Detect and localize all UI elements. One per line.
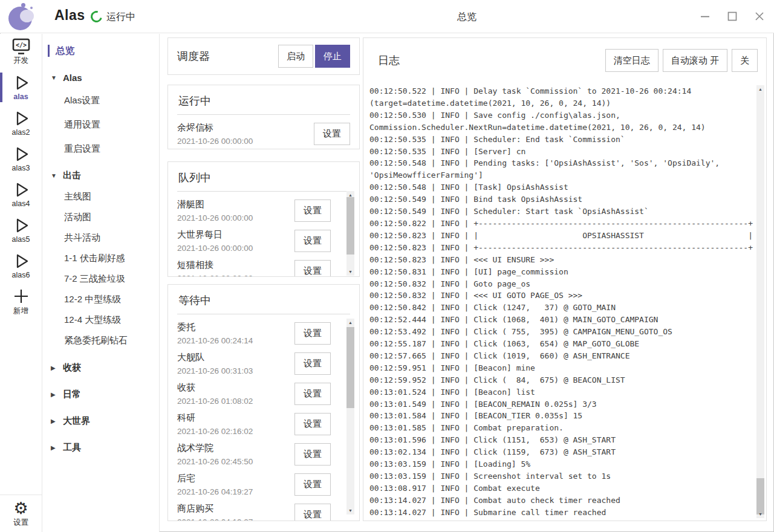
log-line: 00:12:50.831 | INFO | [UI] page_commissi… xyxy=(369,266,753,278)
nav-group-reward[interactable]: ▶ 收获 xyxy=(42,354,159,381)
rail-item-add[interactable]: 新增 xyxy=(0,284,42,319)
autoscroll-toggle-button[interactable]: 自动滚动 开 xyxy=(663,49,727,72)
scrollbar-thumb[interactable] xyxy=(346,197,354,255)
task-settings-button[interactable]: 设置 xyxy=(294,443,331,465)
nav-item-12-2[interactable]: 12-2 中型练级 xyxy=(42,289,159,310)
task-settings-button[interactable]: 设置 xyxy=(294,413,331,435)
nav-item-alas-settings[interactable]: Alas设置 xyxy=(42,88,159,112)
chevron-right-icon: ▶ xyxy=(51,391,58,398)
log-line: 00:12:59.951 | INFO | [Beacon] mine xyxy=(369,362,753,374)
task-settings-button[interactable]: 设置 xyxy=(294,383,331,405)
rail-item-alas3[interactable]: alas3 xyxy=(0,141,42,177)
rail-item-alas4[interactable]: alas4 xyxy=(0,177,42,212)
scrollbar-thumb[interactable] xyxy=(756,478,764,514)
task-row: 战术学院 2021-10-26 02:45:50 设置 xyxy=(177,440,350,470)
nav-item-overview[interactable]: 总览 xyxy=(42,40,159,62)
scrollbar-thumb[interactable] xyxy=(346,327,354,408)
rail-item-alas6[interactable]: alas6 xyxy=(0,248,42,284)
rail-item-dev[interactable]: </> 开发 xyxy=(0,34,42,70)
log-off-button[interactable]: 关 xyxy=(732,49,758,72)
nav-group-tools[interactable]: ▶ 工具 xyxy=(42,434,159,461)
app-title: Alas xyxy=(54,7,85,24)
log-line: 00:13:01.596 | INFO | Click (1151, 653) … xyxy=(369,434,753,446)
running-title: 运行中 xyxy=(177,92,350,115)
active-indicator xyxy=(48,45,50,57)
nav-item-12-4[interactable]: 12-4 大型练级 xyxy=(42,310,159,330)
log-line: Commission.Scheduler.NextRun=datetime.da… xyxy=(369,122,753,134)
rail-item-label: alas2 xyxy=(12,128,30,137)
log-line: 00:13:01.549 | INFO | [BEACON_REMAIN 0.0… xyxy=(369,398,753,410)
scroll-down-icon[interactable]: ▼ xyxy=(346,268,354,276)
scheduler-panel: 调度器 启动 停止 xyxy=(167,37,360,75)
rail-item-label: 开发 xyxy=(13,56,28,66)
scroll-down-icon[interactable]: ▼ xyxy=(756,510,764,518)
log-line: 00:13:14.027 | INFO | Submarine call tim… xyxy=(369,507,753,517)
task-settings-button[interactable]: 设置 xyxy=(294,199,331,222)
queue-scrollbar[interactable]: ▲ ▼ xyxy=(346,191,354,276)
nav-group-sortie[interactable]: ▼ 出击 xyxy=(42,164,159,186)
log-title: 日志 xyxy=(378,53,400,68)
task-row: 大舰队 2021-10-26 00:31:03 设置 xyxy=(177,349,350,380)
app-logo-icon xyxy=(7,2,36,31)
nav-item-urgent-commission[interactable]: 紧急委托刷钻石 xyxy=(42,330,159,351)
nav-item-general-settings[interactable]: 通用设置 xyxy=(42,112,159,137)
task-settings-button[interactable]: 设置 xyxy=(294,260,331,277)
stop-button[interactable]: 停止 xyxy=(315,45,350,68)
rail-item-alas5[interactable]: alas5 xyxy=(0,212,42,248)
waiting-scrollbar[interactable]: ▲ ▼ xyxy=(346,319,354,514)
log-line: 00:13:14.027 | INFO | Combat auto check … xyxy=(369,495,753,507)
task-settings-button[interactable]: 设置 xyxy=(294,473,331,496)
task-settings-button[interactable]: 设置 xyxy=(294,352,331,375)
close-icon[interactable] xyxy=(753,10,766,22)
play-icon xyxy=(12,216,30,235)
task-settings-button[interactable]: 设置 xyxy=(294,230,331,252)
log-line: 00:13:01.584 | INFO | [BEACON_TIER 0.035… xyxy=(369,410,753,422)
log-line: 00:12:55.187 | INFO | Click (1063, 654) … xyxy=(369,338,753,350)
log-line: 00:12:50.832 | INFO | <<< UI GOTO PAGE_O… xyxy=(369,290,753,302)
window-title: 总览 xyxy=(457,11,476,24)
instance-rail: </> 开发 alas alas2 alas3 alas4 alas5 alas… xyxy=(0,34,42,532)
maximize-icon[interactable] xyxy=(726,10,738,22)
log-line: 00:12:50.548 | INFO | [Task] OpsiAshAssi… xyxy=(369,181,753,193)
nav-item-coalition[interactable]: 共斗活动 xyxy=(42,227,159,248)
nav-group-alas[interactable]: ▼ Alas xyxy=(42,66,159,88)
rail-item-alas[interactable]: alas xyxy=(0,70,42,105)
clear-log-button[interactable]: 清空日志 xyxy=(605,49,659,72)
rail-item-alas2[interactable]: alas2 xyxy=(0,105,42,141)
nav-group-opsi[interactable]: ▶ 大世界 xyxy=(42,407,159,434)
log-scrollbar[interactable]: ▲ ▼ xyxy=(756,85,764,518)
nav-group-label: 工具 xyxy=(63,442,81,453)
task-row: 委托 2021-10-26 00:24:14 设置 xyxy=(177,319,350,349)
log-output: 00:12:50.522 | INFO | Delay task `Commis… xyxy=(369,85,753,517)
waiting-title: 等待中 xyxy=(177,292,350,314)
task-row: 商店购买 2021-10-26 04:19:27 设置 xyxy=(177,501,350,521)
scroll-up-icon[interactable]: ▲ xyxy=(756,85,764,93)
nav-item-1-1[interactable]: 1-1 伏击刷好感 xyxy=(42,248,159,268)
rail-item-label: alas5 xyxy=(12,235,30,244)
nav-group-daily[interactable]: ▶ 日常 xyxy=(42,381,159,407)
svg-text:</>: </> xyxy=(15,42,26,48)
log-line: 00:13:08.917 | INFO | Combat execute xyxy=(369,482,753,495)
scroll-down-icon[interactable]: ▼ xyxy=(346,507,354,514)
rail-item-label: alas3 xyxy=(12,164,30,172)
minimize-icon[interactable] xyxy=(699,10,711,22)
task-settings-button[interactable]: 设置 xyxy=(294,504,331,521)
task-row: 科研 2021-10-26 02:16:02 设置 xyxy=(177,410,350,440)
task-settings-button[interactable]: 设置 xyxy=(314,123,350,145)
rail-item-settings[interactable]: ⚙ 设置 xyxy=(0,495,42,532)
nav-item-main-map[interactable]: 主线图 xyxy=(42,186,159,207)
log-line: 00:12:50.823 | INFO | | OPSIASHASSIST | xyxy=(369,230,753,242)
play-icon xyxy=(12,74,30,92)
log-line: 00:12:50.522 | INFO | Delay task `Commis… xyxy=(369,85,753,97)
queue-list: 潜艇图 2021-10-26 00:00:00 设置 大世界每日 2021-10… xyxy=(177,192,350,277)
task-settings-button[interactable]: 设置 xyxy=(294,322,331,345)
scroll-up-icon[interactable]: ▲ xyxy=(346,319,354,326)
log-line: 00:13:03.159 | INFO | [Loading] 5% xyxy=(369,458,753,470)
start-button[interactable]: 启动 xyxy=(278,45,313,68)
nav-group-label: 出击 xyxy=(63,170,81,181)
nav-item-7-2[interactable]: 7-2 三战捡垃圾 xyxy=(42,268,159,289)
nav-item-restart-settings[interactable]: 重启设置 xyxy=(42,137,159,161)
log-line: 00:12:59.952 | INFO | Click ( 84, 675) @… xyxy=(369,374,753,386)
nav-item-event-map[interactable]: 活动图 xyxy=(42,207,159,227)
log-line: 00:12:50.548 | INFO | Pending tasks: ['O… xyxy=(369,157,753,169)
